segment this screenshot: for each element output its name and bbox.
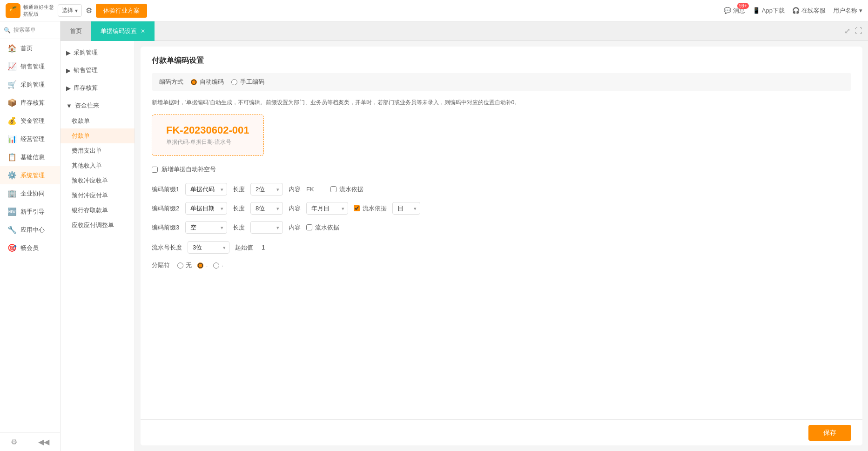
enterprise-icon: 🏢 (7, 189, 17, 198)
sidebar-item-system[interactable]: ⚙️ 系统管理 (0, 166, 60, 184)
settings-bottom-icon[interactable]: ⚙ (11, 438, 17, 446)
sep-dash-option[interactable]: - (197, 262, 208, 269)
sub-menu-item-receivable-adjust[interactable]: 应收应付调整单 (61, 218, 135, 233)
finance-icon: 💰 (7, 116, 17, 125)
sidebar-item-enterprise[interactable]: 🏢 企业协同 (0, 184, 60, 202)
sidebar-item-operation[interactable]: 📊 经营管理 (0, 130, 60, 148)
length3-select-wrapper (250, 221, 283, 234)
save-button[interactable]: 保存 (808, 425, 851, 441)
tab-expand-button[interactable]: ⤢ ⛶ (839, 27, 868, 35)
sidebar-item-sales[interactable]: 📈 销售管理 (0, 57, 60, 75)
tab-encoding[interactable]: 单据编码设置 ✕ (91, 21, 155, 41)
user-menu[interactable]: 用户名称 ▾ (833, 7, 862, 15)
sep-dash-radio[interactable] (197, 263, 203, 269)
logo: 🍊 畅通道好生意 搭配版 (6, 3, 54, 18)
search-menu-button[interactable]: 🔍 搜索菜单 (0, 21, 60, 39)
serial-length-label: 流水号长度 (152, 243, 182, 252)
start-value-label: 起始值 (235, 243, 253, 252)
content2-select[interactable]: 年月日 (306, 202, 348, 215)
sub-menu-item-prepay-collect[interactable]: 预收冲应收单 (61, 173, 135, 188)
sep-none-option[interactable]: 无 (177, 261, 192, 269)
sub-menu-item-expense[interactable]: 费用支出单 (61, 143, 135, 158)
stream3-checkbox-label[interactable]: 流水依据 (306, 223, 339, 232)
chevron-right-icon: ▶ (66, 67, 71, 74)
sub-menu-capital-header[interactable]: ▼ 资金往来 (61, 98, 135, 114)
start-value-input[interactable]: 1 (259, 242, 287, 253)
sep-dot-option[interactable]: · (213, 262, 223, 269)
tab-home[interactable]: 首页 (61, 21, 91, 41)
manual-encoding-option[interactable]: 手工编码 (231, 78, 264, 86)
serial-length-wrapper: 3位 (188, 241, 229, 254)
sidebar-item-inventory[interactable]: 📦 库存核算 (0, 94, 60, 112)
tab-close-icon[interactable]: ✕ (141, 28, 145, 34)
length1-select[interactable]: 2位 (250, 183, 283, 195)
sep-dot-radio[interactable] (213, 263, 219, 269)
sub-menu-inventory-header[interactable]: ▶ 库存核算 (61, 80, 135, 96)
prefix2-select[interactable]: 单据日期 (185, 202, 227, 215)
purchase-icon: 🛒 (7, 80, 17, 89)
member-icon: 🎯 (7, 243, 17, 252)
stream3-checkbox[interactable] (306, 224, 312, 230)
stream1-checkbox-label[interactable]: 流水依据 (330, 185, 363, 194)
manual-encoding-radio[interactable] (231, 79, 237, 85)
app-download-button[interactable]: 📱 App下载 (753, 7, 785, 15)
sub-menu-sales-header[interactable]: ▶ 销售管理 (61, 62, 135, 78)
separator-label: 分隔符 (152, 261, 170, 269)
length1-select-wrapper: 2位 (250, 183, 283, 195)
auto-fill-checkbox[interactable] (152, 167, 158, 173)
auto-encoding-option[interactable]: 自动编码 (191, 78, 224, 86)
sub-menu-item-receipt[interactable]: 收款单 (61, 114, 135, 128)
message-icon: 💬 (724, 7, 731, 14)
topbar-left: 🍊 畅通道好生意 搭配版 选择 ▾ ⚙ 体验行业方案 (6, 3, 147, 18)
main-layout: 🔍 搜索菜单 🏠 首页 📈 销售管理 🛒 采购管理 📦 库存核算 💰 资金管理 … (0, 21, 868, 451)
guide-icon: 🆕 (7, 207, 17, 216)
sidebar-item-base[interactable]: 📋 基础信息 (0, 148, 60, 166)
prefix1-select[interactable]: 单据代码 (185, 183, 227, 195)
sidebar-item-member[interactable]: 🎯 畅会员 (0, 239, 60, 257)
length2-select[interactable]: 8位 (250, 202, 283, 215)
logo-text: 畅通道好生意 搭配版 (23, 4, 54, 17)
sidebar-item-purchase[interactable]: 🛒 采购管理 (0, 75, 60, 94)
sep-none-radio[interactable] (177, 263, 183, 269)
sidebar-item-finance[interactable]: 💰 资金管理 (0, 112, 60, 130)
collapse-icon[interactable]: ◀◀ (38, 438, 49, 446)
sidebar-item-guide[interactable]: 🆕 新手引导 (0, 202, 60, 221)
settings-icon[interactable]: ⚙ (86, 6, 92, 15)
sub-menu-item-prepay-pay[interactable]: 预付冲应付单 (61, 188, 135, 203)
prefix3-select[interactable]: 空 (185, 221, 227, 234)
sub-menu-item-payment[interactable]: 付款单 (61, 128, 135, 143)
sidebar-item-appstore[interactable]: 🔧 应用中心 (0, 221, 60, 239)
length3-select[interactable] (250, 221, 283, 234)
trial-button[interactable]: 体验行业方案 (96, 4, 147, 18)
stream2-period-wrapper: 日 (392, 202, 420, 215)
code-preview-description: 单据代码-单据日期-流水号 (166, 138, 249, 146)
sidebar: 🔍 搜索菜单 🏠 首页 📈 销售管理 🛒 采购管理 📦 库存核算 💰 资金管理 … (0, 21, 61, 451)
serial-length-select[interactable]: 3位 (188, 241, 229, 254)
form-section: 编码前缀1 单据代码 长度 2位 内容 (152, 183, 851, 234)
content2-select-wrapper: 年月日 (306, 202, 348, 215)
stream2-period-select[interactable]: 日 (392, 202, 420, 215)
search-icon: 🔍 (4, 27, 11, 34)
topbar-right: 💬 消息 99+ 📱 App下载 🎧 在线客服 用户名称 ▾ (724, 7, 862, 15)
page-title: 付款单编码设置 (152, 56, 851, 66)
appstore-icon: 🔧 (7, 225, 17, 234)
prefix2-label: 编码前缀2 (152, 204, 180, 213)
online-service-button[interactable]: 🎧 在线客服 (792, 7, 826, 15)
content2-label: 内容 (289, 204, 301, 213)
stream2-checkbox-label[interactable]: 流水依据 (354, 204, 387, 213)
stream2-checkbox[interactable] (354, 205, 360, 211)
content1-label: 内容 (289, 185, 301, 194)
auto-encoding-radio[interactable] (191, 79, 197, 85)
workspace-dropdown[interactable]: 选择 ▾ (58, 4, 82, 17)
sidebar-item-home[interactable]: 🏠 首页 (0, 39, 60, 57)
prefix2-select-wrapper: 单据日期 (185, 202, 227, 215)
sub-menu-item-bank[interactable]: 银行存取款单 (61, 203, 135, 218)
code-preview-value: FK-20230602-001 (166, 124, 249, 136)
prefix1-row: 编码前缀1 单据代码 长度 2位 内容 (152, 183, 851, 195)
stream1-checkbox[interactable] (330, 186, 336, 192)
length3-label: 长度 (233, 223, 245, 232)
sub-menu-item-other-income[interactable]: 其他收入单 (61, 158, 135, 173)
message-button[interactable]: 💬 消息 99+ (724, 7, 745, 15)
encoding-radio-group: 自动编码 手工编码 (191, 78, 264, 86)
sub-menu-purchase-header[interactable]: ▶ 采购管理 (61, 45, 135, 61)
